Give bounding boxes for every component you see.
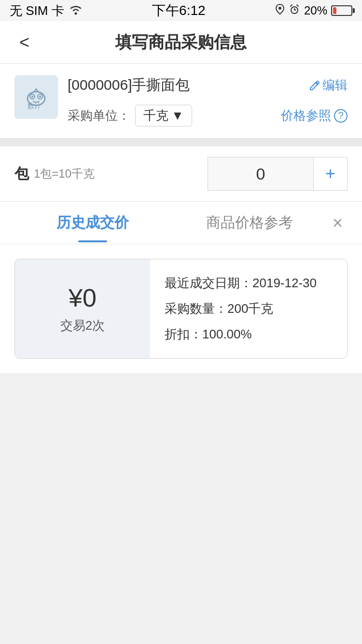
question-icon: ? bbox=[338, 110, 343, 121]
product-info: [0000006]手撕面包 编辑 采购单位： 千克 ▼ bbox=[68, 75, 348, 126]
quantity-label: 包 1包=10千克 bbox=[14, 164, 95, 184]
purchase-qty-label: 采购数量： bbox=[165, 301, 227, 316]
status-bar: 无 SIM 卡 下午6:12 20% bbox=[0, 0, 362, 21]
edit-label: 编辑 bbox=[322, 77, 348, 94]
status-right: 20% bbox=[275, 3, 352, 18]
svg-point-7 bbox=[39, 96, 41, 98]
edit-button[interactable]: 编辑 bbox=[309, 77, 348, 94]
quantity-input[interactable]: 0 bbox=[208, 157, 314, 191]
tab-content: ¥0 交易2次 最近成交日期：2019-12-30 采购数量：200千克 折扣：… bbox=[0, 244, 362, 373]
tab-price-ref-label: 商品价格参考 bbox=[206, 214, 293, 230]
tab-price-ref[interactable]: 商品价格参考 bbox=[171, 203, 327, 242]
quantity-plus-button[interactable]: + bbox=[314, 157, 348, 191]
back-button[interactable]: < bbox=[14, 28, 34, 57]
status-time: 下午6:12 bbox=[152, 1, 206, 20]
svg-point-1 bbox=[278, 7, 281, 10]
product-header: 数计 [0000006]手撕面包 编辑 采购单位： 千克 bbox=[14, 75, 348, 126]
history-detail-side: 最近成交日期：2019-12-30 采购数量：200千克 折扣：100.00% bbox=[150, 259, 347, 358]
quantity-control: 0 + bbox=[208, 157, 348, 191]
svg-point-6 bbox=[31, 96, 33, 98]
tabs-panel: 历史成交价 商品价格参考 × ¥0 交易2次 最近成交日期：2019-12-30… bbox=[0, 202, 362, 373]
product-image: 数计 bbox=[14, 75, 58, 119]
tab-history-price[interactable]: 历史成交价 bbox=[14, 203, 171, 242]
recent-date-row: 最近成交日期：2019-12-30 bbox=[165, 274, 333, 293]
wifi-icon bbox=[69, 3, 83, 18]
conversion-label: 1包=10千克 bbox=[34, 166, 95, 182]
main-background bbox=[0, 373, 362, 644]
page-title: 填写商品采购信息 bbox=[115, 31, 247, 54]
recent-date-label: 最近成交日期： bbox=[165, 276, 252, 290]
tabs-header: 历史成交价 商品价格参考 × bbox=[0, 202, 362, 244]
product-title-row: [0000006]手撕面包 编辑 bbox=[68, 75, 348, 95]
package-label: 包 bbox=[14, 164, 29, 184]
battery-fill bbox=[333, 7, 336, 14]
price-ref-label: 价格参照 bbox=[281, 107, 331, 124]
discount-row: 折扣：100.00% bbox=[165, 325, 333, 344]
history-price-side: ¥0 交易2次 bbox=[15, 259, 150, 358]
unit-value: 千克 bbox=[143, 107, 168, 124]
dropdown-arrow-icon: ▼ bbox=[171, 108, 184, 123]
section-divider bbox=[0, 139, 362, 146]
battery-percentage: 20% bbox=[304, 4, 327, 17]
tab-close-button[interactable]: × bbox=[328, 208, 348, 238]
location-icon bbox=[275, 3, 285, 18]
history-price: ¥0 bbox=[69, 283, 97, 312]
tab-history-label: 历史成交价 bbox=[56, 214, 129, 230]
product-card: 数计 [0000006]手撕面包 编辑 采购单位： 千克 bbox=[0, 64, 362, 139]
purchase-qty-value: 200千克 bbox=[227, 301, 273, 316]
discount-value: 100.00% bbox=[202, 327, 252, 341]
history-times: 交易2次 bbox=[60, 317, 105, 334]
alarm-icon bbox=[289, 3, 300, 18]
unit-dropdown[interactable]: 千克 ▼ bbox=[135, 105, 192, 126]
quantity-row: 包 1包=10千克 0 + bbox=[0, 146, 362, 202]
nav-bar: < 填写商品采购信息 bbox=[0, 21, 362, 64]
price-ref-icon: ? bbox=[334, 109, 348, 123]
status-left: 无 SIM 卡 bbox=[10, 2, 83, 19]
carrier-text: 无 SIM 卡 bbox=[10, 2, 64, 19]
price-value: 0 bbox=[83, 284, 97, 312]
discount-label: 折扣： bbox=[165, 327, 202, 341]
purchase-unit-row: 采购单位： 千克 ▼ 价格参照 ? bbox=[68, 105, 348, 126]
price-currency: ¥ bbox=[69, 284, 83, 312]
price-ref-button[interactable]: 价格参照 ? bbox=[281, 107, 348, 124]
recent-date-value: 2019-12-30 bbox=[252, 276, 317, 290]
history-card: ¥0 交易2次 最近成交日期：2019-12-30 采购数量：200千克 折扣：… bbox=[14, 259, 348, 359]
purchase-unit-label: 采购单位： bbox=[68, 107, 130, 124]
product-name: [0000006]手撕面包 bbox=[68, 75, 190, 95]
purchase-unit-left: 采购单位： 千克 ▼ bbox=[68, 105, 192, 126]
battery-icon bbox=[331, 5, 352, 16]
purchase-qty-row: 采购数量：200千克 bbox=[165, 299, 333, 318]
svg-text:数计: 数计 bbox=[28, 102, 41, 109]
svg-point-0 bbox=[74, 12, 77, 14]
